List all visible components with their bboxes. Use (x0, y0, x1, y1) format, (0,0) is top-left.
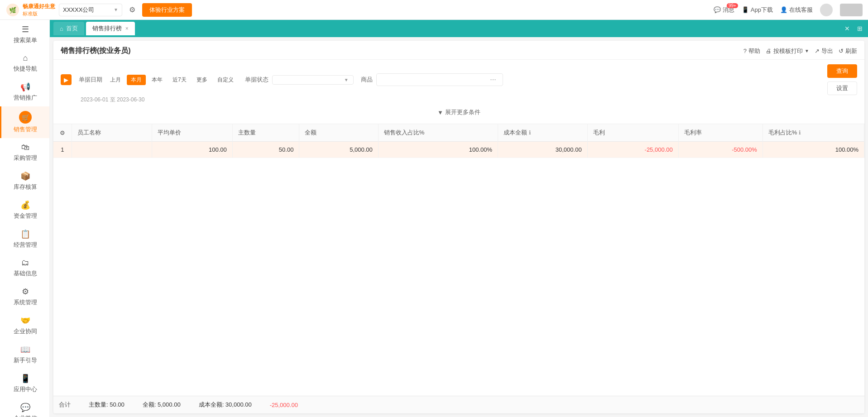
company-selector[interactable]: XXXXX公司 ▼ (59, 4, 122, 16)
filter-collapse-btn[interactable]: ▶ (61, 74, 72, 85)
help-icon: ? (743, 48, 747, 54)
sidebar-item-finance[interactable]: 💰 资金管理 (0, 196, 49, 225)
cost-info-icon[interactable]: ℹ (529, 129, 531, 136)
sidebar-item-quick-nav[interactable]: ⌂ 快捷导航 (0, 49, 49, 77)
online-service-label: 在线客服 (789, 6, 813, 14)
tab-sales-ranking[interactable]: 销售排行榜 × (86, 22, 135, 35)
col-header-settings[interactable]: ⚙ (53, 124, 72, 142)
tab-home-label: 首页 (66, 24, 78, 33)
app-download-button[interactable]: 📱 App下载 (742, 6, 773, 14)
avatar[interactable] (820, 4, 833, 16)
col-header-sales-pct: 销售收入占比% (378, 124, 498, 142)
sidebar-item-purchase[interactable]: 🛍 采购管理 (0, 138, 49, 167)
table-head: ⚙ 员工名称 平均单价 主数量 全额 销售收入占比% 成本全额 ℹ 毛利 毛利率 (53, 124, 864, 142)
guide-icon: 📖 (20, 345, 30, 355)
enterprise-icon: 🤝 (20, 316, 30, 326)
sidebar-item-label-app-center: 应用中心 (14, 385, 37, 393)
tab-bar-right: ✕ ⊞ (843, 23, 864, 34)
settings-row-button[interactable]: 设置 (827, 81, 857, 95)
sidebar-item-app-center[interactable]: 📱 应用中心 (0, 369, 49, 398)
tab-home[interactable]: ⌂ 首页 (53, 22, 84, 35)
sidebar-item-operations[interactable]: 📋 经营管理 (0, 225, 49, 254)
date-option-this-month[interactable]: 本月 (127, 75, 146, 85)
date-option-more[interactable]: 更多 (192, 75, 211, 85)
topbar-right: 💬 消息 99+ 📱 App下载 👤 在线客服 (714, 4, 863, 16)
cell-sales-pct: 100.00% (378, 142, 498, 158)
col-header-gross-pct: 毛利占比% ℹ (762, 124, 864, 142)
col-header-gross: 毛利 (587, 124, 678, 142)
sidebar-item-enterprise[interactable]: 🤝 企业协同 (0, 311, 49, 340)
gross-pct-info-icon[interactable]: ℹ (799, 129, 801, 136)
trial-button[interactable]: 体验行业方案 (142, 3, 192, 17)
sidebar-item-label-basic-info: 基础信息 (14, 269, 37, 278)
table-footer: 合计 主数量: 50.00 全额: 5,000.00 成本全额: 30,000.… (53, 396, 864, 413)
col-header-avg-price: 平均单价 (152, 124, 233, 142)
sidebar-item-label-marketing: 营销推广 (14, 94, 37, 102)
avatar-placeholder[interactable] (840, 4, 863, 16)
sidebar-item-wechat[interactable]: 💬 企业微信 (0, 398, 49, 417)
page-actions: ? 帮助 🖨 按模板打印 ▼ ↗ 导出 ↺ 刷新 (743, 47, 857, 55)
app-download-icon: 📱 (742, 6, 749, 13)
filter-row-1: ▶ 单据日期 上月 本月 本年 近7天 更多 自定义 (61, 64, 857, 95)
sidebar-item-guide[interactable]: 📖 新手引导 (0, 340, 49, 369)
inventory-icon: 📦 (20, 171, 30, 181)
date-option-last-7days[interactable]: 近7天 (168, 75, 191, 85)
sidebar-item-inventory[interactable]: 📦 库存核算 (0, 167, 49, 196)
sidebar-item-label-quick-nav: 快捷导航 (14, 65, 37, 73)
sidebar-item-label-enterprise: 企业协同 (14, 327, 37, 336)
tab-expand-icon[interactable]: ⊞ (855, 23, 864, 34)
message-icon: 💬 (714, 6, 721, 13)
tab-close-window-icon[interactable]: ✕ (843, 23, 852, 34)
cell-gross-rate: -500.00% (678, 142, 762, 158)
logo-icon: 🌿 (5, 3, 20, 17)
col-header-name: 员工名称 (72, 124, 152, 142)
online-service-icon: 👤 (780, 6, 787, 13)
sidebar-item-marketing[interactable]: 📢 营销推广 (0, 77, 49, 106)
sidebar-item-search-order[interactable]: ☰ 搜索菜单 (0, 20, 49, 49)
refresh-icon: ↺ (839, 48, 844, 54)
message-badge: 99+ (727, 3, 738, 8)
template-print-button[interactable]: 🖨 按模板打印 ▼ (766, 47, 809, 55)
sidebar-item-system[interactable]: ⚙ 系统管理 (0, 282, 49, 311)
topbar-settings-button[interactable]: ⚙ (126, 4, 139, 16)
date-option-this-year[interactable]: 本年 (148, 75, 167, 85)
expand-more-button[interactable]: ▼ 展开更多条件 (61, 105, 857, 119)
col-settings-icon[interactable]: ⚙ (60, 129, 65, 136)
export-button[interactable]: ↗ 导出 (815, 47, 833, 55)
help-button[interactable]: ? 帮助 (743, 47, 760, 55)
tab-close-icon[interactable]: × (125, 25, 129, 32)
cell-gross-pct: 100.00% (762, 142, 864, 158)
sidebar-item-basic-info[interactable]: 🗂 基础信息 (0, 254, 49, 282)
sidebar-item-sales[interactable]: 🛒 销售管理 (0, 106, 49, 138)
quick-nav-icon: ⌂ (23, 53, 28, 63)
cell-main-qty: 50.00 (232, 142, 299, 158)
footer-gross: -25,000.00 (270, 402, 298, 408)
company-name: XXXXX公司 (63, 6, 112, 14)
wechat-icon: 💬 (20, 403, 30, 412)
chevron-down-icon: ▼ (114, 7, 118, 12)
filter-area: ▶ 单据日期 上月 本月 本年 近7天 更多 自定义 (53, 60, 864, 124)
dots-btn[interactable]: ··· (488, 76, 498, 84)
sidebar-item-label-guide: 新手引导 (14, 356, 37, 364)
cell-name (72, 142, 152, 158)
finance-icon: 💰 (20, 200, 30, 210)
query-button[interactable]: 查询 (827, 64, 857, 78)
app-center-icon: 📱 (20, 374, 30, 383)
date-option-custom[interactable]: 自定义 (213, 75, 238, 85)
table-header-row: ⚙ 员工名称 平均单价 主数量 全额 销售收入占比% 成本全额 ℹ 毛利 毛利率 (53, 124, 864, 142)
refresh-button[interactable]: ↺ 刷新 (839, 47, 857, 55)
sidebar-item-label-wechat: 企业微信 (14, 414, 37, 417)
search-order-icon: ☰ (22, 24, 29, 34)
status-select[interactable]: ▼ (272, 75, 354, 85)
filter-toggle-icon[interactable]: ▶ (61, 74, 72, 85)
svg-text:🌿: 🌿 (9, 6, 17, 14)
date-option-last-month[interactable]: 上月 (106, 75, 125, 85)
goods-input[interactable]: ··· (376, 73, 503, 86)
basic-info-icon: 🗂 (21, 258, 29, 268)
online-service-button[interactable]: 👤 在线客服 (780, 6, 813, 14)
print-icon: 🖨 (766, 48, 772, 54)
page-header: 销售排行榜(按业务员) ? 帮助 🖨 按模板打印 ▼ ↗ 导出 (53, 41, 864, 60)
sales-icon: 🛒 (19, 111, 32, 124)
message-button[interactable]: 💬 消息 99+ (714, 6, 734, 14)
cell-avg-price: 100.00 (152, 142, 233, 158)
